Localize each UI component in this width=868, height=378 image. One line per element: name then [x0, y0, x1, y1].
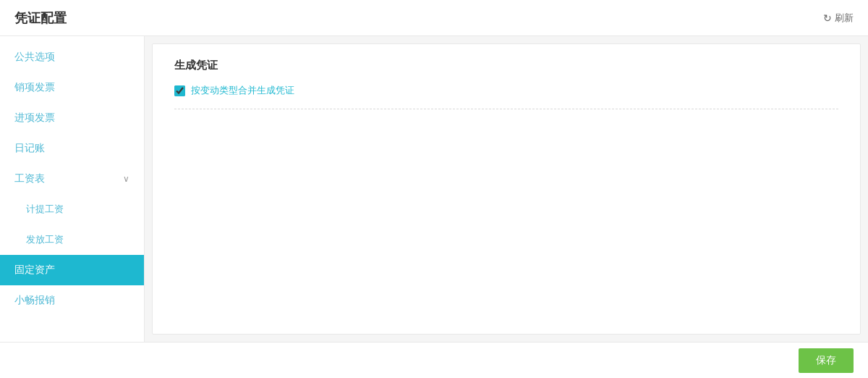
refresh-button[interactable]: ↻ 刷新: [823, 12, 854, 25]
section-divider: [174, 109, 838, 109]
main-content: 生成凭证 按变动类型合并生成凭证: [152, 43, 861, 335]
page-body: 公共选项 销项发票 进项发票 日记账 工资表 ∨ 计提工资 发放工资 固定资: [0, 36, 868, 342]
sidebar-item-label: 工资表: [14, 172, 45, 185]
refresh-icon: ↻: [823, 12, 832, 24]
sidebar-item-label: 日记账: [14, 142, 45, 155]
merge-by-type-label[interactable]: 按变动类型合并生成凭证: [191, 84, 294, 97]
sidebar-item-label: 固定资产: [14, 264, 55, 277]
sidebar-item-label: 进项发票: [14, 112, 55, 125]
sidebar-item-accrual-wages[interactable]: 计提工资: [0, 194, 144, 224]
page-title: 凭证配置: [14, 9, 67, 27]
page-header: 凭证配置 ↻ 刷新: [0, 0, 868, 36]
sidebar-item-label: 销项发票: [14, 81, 55, 94]
chevron-down-icon: ∨: [123, 174, 129, 184]
sidebar: 公共选项 销项发票 进项发票 日记账 工资表 ∨ 计提工资 发放工资 固定资: [0, 36, 145, 342]
sidebar-item-payroll-sheet[interactable]: 工资表 ∨: [0, 164, 144, 194]
page-footer: 保存: [0, 342, 868, 378]
sidebar-item-fixed-assets[interactable]: 固定资产: [0, 255, 144, 285]
sidebar-item-purchase-invoice[interactable]: 进项发票: [0, 103, 144, 133]
checkbox-row: 按变动类型合并生成凭证: [174, 84, 838, 97]
sidebar-item-petty-expense[interactable]: 小畅报销: [0, 285, 144, 316]
sidebar-item-public-options[interactable]: 公共选项: [0, 42, 144, 72]
sidebar-item-label: 公共选项: [14, 51, 55, 64]
refresh-label: 刷新: [835, 12, 854, 25]
sidebar-item-label: 小畅报销: [14, 294, 55, 307]
section-title: 生成凭证: [174, 59, 838, 72]
sidebar-item-journal[interactable]: 日记账: [0, 133, 144, 164]
merge-by-type-checkbox[interactable]: [174, 85, 185, 96]
page-wrapper: 凭证配置 ↻ 刷新 公共选项 销项发票 进项发票 日记账 工资表 ∨: [0, 0, 868, 378]
sidebar-item-label: 计提工资: [26, 203, 64, 216]
sidebar-item-pay-wages[interactable]: 发放工资: [0, 224, 144, 255]
save-button[interactable]: 保存: [799, 348, 854, 373]
sidebar-item-sales-invoice[interactable]: 销项发票: [0, 72, 144, 103]
sidebar-item-label: 发放工资: [26, 233, 64, 246]
